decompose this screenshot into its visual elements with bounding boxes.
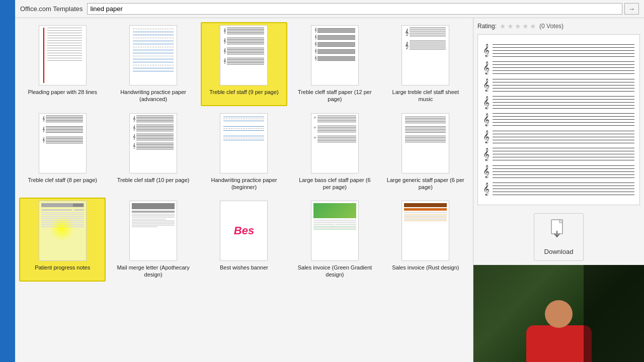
main-content: Office.com Templates → (15, 0, 644, 362)
template-thumb-pleading-28 (39, 25, 87, 85)
template-label-generic-staff: Large generic staff paper (6 per page) (385, 176, 466, 191)
best-wishes-text: Bes (234, 224, 254, 237)
template-label-treble-10: Treble clef staff (10 per page) (117, 176, 190, 184)
template-item-patient-notes[interactable]: Patient progress notes (19, 198, 106, 282)
template-label-best-wishes: Best wishes banner (220, 264, 268, 271)
template-thumb-bass-clef: 𝄢 𝄢 𝄢 (311, 113, 359, 173)
download-area: Download (473, 209, 644, 265)
template-item-treble-10[interactable]: 𝄞 𝄞 𝄞 𝄞 Treble clef staff (10 per page) (110, 110, 196, 194)
download-icon (548, 219, 569, 245)
download-label: Download (544, 248, 574, 255)
header-bar: Office.com Templates → (15, 0, 644, 18)
template-thumb-mail-merge (129, 201, 177, 261)
star-2[interactable]: ★ (507, 22, 514, 30)
template-item-mail-merge[interactable]: Mail merge letter (Apothecary design) (110, 198, 196, 282)
template-label-large-treble: Large treble clef staff sheet music (385, 88, 466, 103)
template-label-mail-merge: Mail merge letter (Apothecary design) (113, 264, 193, 279)
svg-rect-2 (559, 220, 562, 223)
template-item-best-wishes[interactable]: Bes Best wishes banner (201, 198, 287, 282)
template-thumb-treble-12: 𝄞 𝄞 𝄞 𝄞 𝄞 (311, 25, 359, 85)
template-item-pleading-28[interactable]: Pleading paper with 28 lines (19, 22, 106, 106)
template-thumb-invoice-green (311, 201, 359, 261)
template-label-treble-9: Treble clef staff (9 per page) (209, 88, 279, 96)
template-area: Pleading paper with 28 lines (15, 18, 644, 362)
search-button[interactable]: → (624, 3, 639, 15)
download-button[interactable]: Download (534, 213, 584, 261)
template-label-bass-clef: Large bass clef staff paper (6 per page) (294, 176, 375, 191)
search-input[interactable] (87, 3, 622, 15)
template-thumb-handwriting-beginner (220, 113, 268, 173)
preview-area: Rating: ★ ★ ★ ★ ★ (0 Votes) 𝄞 (473, 18, 644, 209)
star-5[interactable]: ★ (530, 22, 536, 30)
template-thumb-treble-10: 𝄞 𝄞 𝄞 𝄞 (129, 113, 177, 173)
template-item-invoice-green[interactable]: Sales invoice (Green Gradient design) (291, 198, 378, 282)
template-label-handwriting-advanced: Handwriting practice paper (advanced) (113, 88, 193, 103)
template-item-handwriting-advanced[interactable]: Handwriting practice paper (advanced) (110, 22, 196, 106)
template-thumb-large-treble: 𝄞 𝄞 (401, 25, 449, 85)
template-label-pleading-28: Pleading paper with 28 lines (28, 88, 97, 96)
template-grid: Pleading paper with 28 lines (15, 18, 473, 362)
template-thumb-generic-staff (401, 113, 449, 173)
template-thumb-handwriting-advanced (129, 25, 177, 85)
template-label-handwriting-beginner: Handwriting practice paper (beginner) (204, 176, 284, 191)
template-item-handwriting-beginner[interactable]: Handwriting practice paper (beginner) (201, 110, 287, 194)
search-box: → (87, 3, 639, 15)
template-label-treble-12: Treble cleff staff paper (12 per page) (294, 88, 375, 103)
template-label-invoice-green: Sales invoice (Green Gradient design) (294, 264, 375, 279)
right-panel: Rating: ★ ★ ★ ★ ★ (0 Votes) 𝄞 (473, 18, 644, 362)
template-thumb-invoice-rust (401, 201, 449, 261)
office-templates-title: Office.com Templates (20, 5, 83, 13)
rating-label: Rating: (477, 23, 497, 30)
template-thumb-patient-notes (39, 201, 87, 261)
star-4[interactable]: ★ (522, 22, 529, 30)
template-item-treble-8[interactable]: 𝄞 𝄞 𝄞 Treble clef staff (8 per page) (19, 110, 106, 194)
template-item-large-treble[interactable]: 𝄞 𝄞 Large treble clef staff sheet music (382, 22, 469, 106)
star-3[interactable]: ★ (515, 22, 521, 30)
left-tab (0, 0, 15, 362)
template-item-treble-9[interactable]: 𝄞 𝄞 𝄞 𝄞 Treble clef staff (9 per pa (201, 22, 287, 106)
stars: ★ ★ ★ ★ ★ (500, 22, 536, 30)
template-label-invoice-rust: Sales invoice (Rust design) (392, 264, 459, 271)
template-label-patient-notes: Patient progress notes (35, 264, 90, 271)
template-item-treble-12[interactable]: 𝄞 𝄞 𝄞 𝄞 𝄞 Treble cleff staff paper (12 p… (291, 22, 378, 106)
template-thumb-treble-8: 𝄞 𝄞 𝄞 (39, 113, 87, 173)
template-thumb-best-wishes: Bes (220, 201, 268, 261)
template-item-invoice-rust[interactable]: Sales invoice (Rust design) (382, 198, 469, 282)
template-item-generic-staff[interactable]: Large generic staff paper (6 per page) (382, 110, 469, 194)
template-thumb-treble-9: 𝄞 𝄞 𝄞 𝄞 (220, 25, 268, 85)
webcam-area (473, 265, 644, 362)
template-item-bass-clef[interactable]: 𝄢 𝄢 𝄢 Large bass clef staff paper (6 per… (291, 110, 378, 194)
preview-box: 𝄞 𝄞 (477, 34, 640, 205)
votes-text: (0 Votes) (539, 23, 564, 30)
template-label-treble-8: Treble clef staff (8 per page) (28, 176, 97, 184)
rating-bar: Rating: ★ ★ ★ ★ ★ (0 Votes) (477, 22, 640, 30)
star-1[interactable]: ★ (500, 22, 506, 30)
